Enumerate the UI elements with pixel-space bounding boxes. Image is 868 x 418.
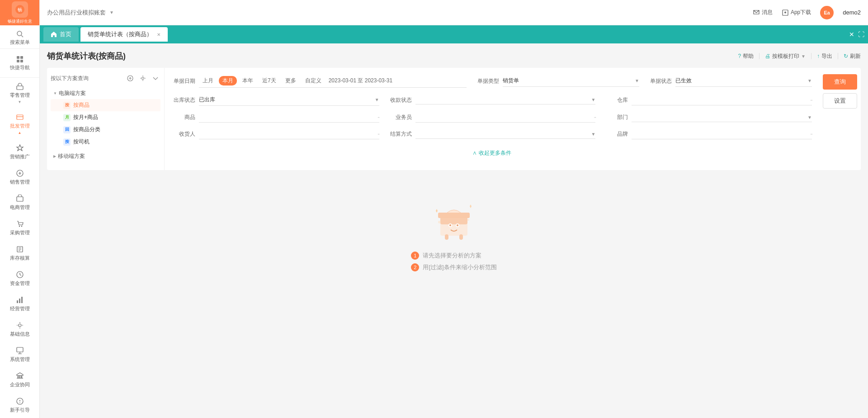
workspace-selector: 办公用品行业模拟账套 ▼ [47,9,114,17]
sidebar-item-inventory[interactable]: 库存核算 [0,241,39,266]
sidebar-item-operations[interactable]: 经营管理 [0,291,39,317]
query-button[interactable]: 查询 [823,74,857,90]
brand-control[interactable]: ··· [632,129,812,139]
settlement-control[interactable]: ▼ [415,130,596,139]
refresh-button[interactable]: ↻ 刷新 [844,52,861,60]
svg-point-40 [457,224,458,226]
scheme-item-by-product-icon: 按 [63,102,71,109]
sidebar-item-purchase[interactable]: 采购管理 [0,215,39,241]
user-avatar[interactable]: Ea [820,6,834,19]
date-tab-last-month[interactable]: 上月 [199,76,217,86]
date-tab-this-year[interactable]: 本年 [239,76,257,86]
messages-button[interactable]: 消息 [753,9,773,16]
sidebar-item-ecommerce[interactable]: 电商管理 [0,190,39,215]
warehouse-label: 仓库 [604,96,632,104]
set-button[interactable]: 设置 [823,93,857,109]
sidebar-item-marketing[interactable]: 营销推广 [0,139,39,165]
scheme-group-mobile-label: 移动端方案 [58,152,85,160]
sidebar-item-basics[interactable]: 基础信息 [0,317,39,342]
filter-content: 单据日期 上月 本月 本年 近7天 更多 自定义 [165,68,819,170]
workspace-label: 办公用品行业模拟账套 [47,9,106,17]
help-button[interactable]: ? 帮助 [738,52,754,60]
salesperson-control[interactable]: ··· [415,112,596,123]
receiver-control[interactable]: ··· [199,129,379,139]
sidebar-item-system[interactable]: 系统管理 [0,342,39,367]
dept-control[interactable]: ▼ [632,113,812,122]
doc-type-control[interactable]: 销货单 ▼ [503,75,639,87]
search-menu-button[interactable]: 搜索菜单 [4,30,36,46]
tab-sales-stats[interactable]: 销货单统计表（按商品） ✕ [80,27,168,42]
svg-text:畅: 畅 [18,7,22,12]
tab-home[interactable]: 首页 [43,27,79,42]
scheme-group-mobile-header[interactable]: ▶ 移动端方案 [51,151,160,162]
close-tab-window-button[interactable]: ✕ [849,31,854,38]
svg-point-13 [19,226,19,227]
sidebar-item-wholesale[interactable]: 批发管理 ▲ [0,109,39,139]
sidebar-item-sales[interactable]: 销售管理 [0,165,39,190]
scheme-group-desktop-header[interactable]: ▼ 电脑端方案 [51,88,160,99]
warehouse-dots-icon: ··· [810,97,812,103]
out-status-control[interactable]: 已出库 ▼ [199,94,379,106]
scheme-item-by-month-product[interactable]: 月 按月+商品 [51,111,160,124]
scheme-panel-title: 按以下方案查询 [51,75,89,82]
scheme-item-by-cashier[interactable]: 按 按司机 [51,136,160,148]
scheme-collapse-button[interactable] [151,73,160,83]
payment-status-control[interactable]: ▼ [415,95,596,104]
tip-text-1: 请先选择要分析的方案 [423,252,481,260]
tip-number-1: 1 [411,252,419,260]
scheme-item-by-product[interactable]: 按 按商品 [51,99,160,111]
svg-rect-5 [20,56,23,59]
app-logo[interactable]: 畅 畅捷通好生意 [0,0,39,25]
sidebar-item-enterprise[interactable]: 企业协同 [0,367,39,393]
sidebar-item-guide[interactable]: 新手引导 [0,393,39,418]
tab-close-icon[interactable]: ✕ [157,32,160,37]
doc-type-value: 销货单 [503,77,519,85]
product-label: 商品 [172,114,199,121]
out-status-arrow-icon: ▼ [375,97,379,102]
dept-arrow-icon: ▼ [807,115,812,120]
logo-icon: 畅 [12,1,28,18]
scheme-add-button[interactable] [125,73,135,83]
svg-rect-9 [17,115,23,119]
app-subtitle: 畅捷通好生意 [8,19,32,24]
expand-window-button[interactable]: ⛶ [858,31,864,38]
date-tab-this-month[interactable]: 本月 [219,76,237,86]
filter-product: 商品 ··· [172,112,379,123]
sidebar-item-retail[interactable]: 零售管理 ▼ [0,78,39,109]
svg-rect-4 [17,56,19,59]
scheme-item-by-category[interactable]: 回 按商品分类 [51,124,160,136]
doc-type-arrow-icon: ▼ [635,78,639,83]
product-control[interactable]: ··· [199,112,379,123]
tip-text-2: 用[过滤]条件来缩小分析范围 [423,263,496,271]
salesperson-label: 业务员 [388,114,415,121]
scheme-group-desktop-label: 电脑端方案 [59,90,86,97]
help-icon: ? [738,53,741,59]
svg-rect-22 [19,375,20,378]
page-actions: ? 帮助 🖨 按模板打印 ▼ ↑ 导出 ↻ 刷新 [738,52,861,60]
sidebar-item-finance[interactable]: 资金管理 [0,266,39,291]
date-tab-last-7-days[interactable]: 近7天 [259,76,280,86]
scheme-item-by-product-label: 按商品 [73,101,90,109]
date-tab-more[interactable]: 更多 [282,76,300,86]
page-title: 销货单统计表(按商品) [47,51,126,62]
svg-rect-20 [17,347,23,352]
app-download-button[interactable]: App下载 [782,9,811,16]
scheme-item-month-label: 按月+商品 [73,114,98,121]
date-tab-custom[interactable]: 自定义 [302,76,325,86]
collapse-button[interactable]: ∧ 收起更多条件 [472,149,511,157]
scheme-settings-button[interactable] [138,73,148,83]
quick-nav-section: 快捷导航 [0,49,39,78]
svg-rect-21 [18,375,19,378]
export-button[interactable]: ↑ 导出 [817,52,832,60]
svg-rect-16 [17,300,18,303]
workspace-dropdown-icon[interactable]: ▼ [109,10,114,15]
date-filter: 上月 本月 本年 近7天 更多 自定义 2023-03-01 至 2023-03… [199,76,392,86]
quick-nav-button[interactable]: 快捷导航 [0,52,39,75]
warehouse-control[interactable]: ··· [632,95,812,105]
filter-dept: 部门 ▼ [604,113,812,122]
tab-bar: 首页 销货单统计表（按商品） ✕ ✕ ⛶ [40,25,868,43]
doc-status-value: 已生效 [675,77,692,85]
doc-status-control[interactable]: 已生效 ▼ [675,75,812,87]
tab-sales-stats-label: 销货单统计表（按商品） [88,30,152,38]
print-button[interactable]: 🖨 按模板打印 ▼ [765,52,806,60]
